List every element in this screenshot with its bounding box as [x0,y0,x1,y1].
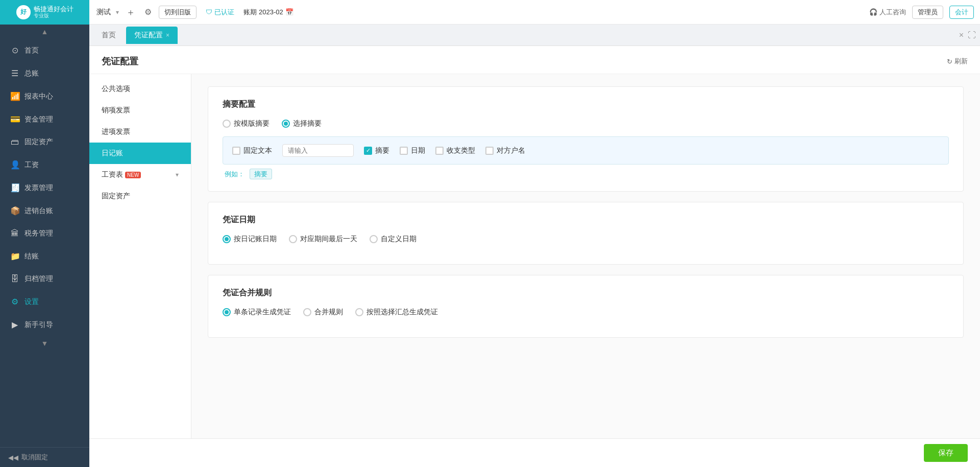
checkbox-fixed-text[interactable]: 固定文本 [232,146,272,155]
period-info: 账期 2023-02 📅 [243,8,293,17]
sidebar-item-settings[interactable]: ⚙ 设置 [0,290,89,313]
sidebar-item-closing[interactable]: 📁 结账 [0,245,89,268]
header-right: 🎧 人工咨询 管理员 会计 [869,6,974,19]
switch-old-version-button[interactable]: 切到旧版 [159,6,197,19]
archive-icon: 🗄 [10,274,19,284]
merge-rules-circle[interactable] [303,308,311,316]
nav-item-fixed-assets[interactable]: 固定资产 [89,185,191,207]
page-title: 凭证配置 [102,55,138,67]
income-type-checkbox[interactable] [435,147,444,155]
tab-voucher-config[interactable]: 凭证配置 × [126,27,178,44]
nav-item-journal[interactable]: 日记账 [89,143,191,164]
summary-checkbox[interactable] [364,147,372,155]
calendar-icon[interactable]: 📅 [285,8,293,16]
sidebar-item-purchase[interactable]: 📦 进销台账 [0,199,89,222]
sidebar-item-invoice[interactable]: 🧾 发票管理 [0,176,89,199]
save-button[interactable]: 保存 [924,444,968,462]
content-area: 首页 凭证配置 × × ⛶ 凭证配置 ↻ 刷新 [89,25,980,467]
sidebar-scroll-up[interactable]: ▲ [0,25,89,39]
sidebar-item-capital[interactable]: 💳 资金管理 [0,108,89,131]
nav-item-purchase-inv[interactable]: 进项发票 [89,121,191,143]
consult-button[interactable]: 🎧 人工咨询 [869,8,906,17]
admin-button[interactable]: 管理员 [912,6,943,19]
date-period-circle[interactable] [289,235,297,243]
merge-single-circle[interactable] [223,308,231,316]
merge-aggregate-circle[interactable] [355,308,363,316]
main-layout: ▲ ⊙ 首页 ☰ 总账 📶 报表中心 💳 资金管理 🗃 固定资产 👤 工资 🧾 … [0,25,980,467]
shield-icon: 🛡 [206,8,212,16]
tab-close-icon[interactable]: × [166,32,169,39]
checkbox-income-type[interactable]: 收支类型 [435,146,475,155]
date-journal-circle[interactable] [223,235,231,243]
unpin-icon: ◀◀ [8,454,18,461]
dropdown-arrow-icon[interactable]: ▾ [116,9,119,16]
company-name: 测试 [96,8,111,17]
home-icon: ⊙ [10,45,19,55]
sidebar-item-report[interactable]: 📶 报表中心 [0,85,89,108]
date-radio-journal[interactable]: 按日记账日期 [223,235,277,244]
settings-menu-icon: ⚙ [10,297,19,307]
summary-radio-select[interactable]: 选择摘要 [282,119,322,128]
checkbox-summary[interactable]: 摘要 [364,146,389,155]
summary-title: 摘要配置 [223,99,949,110]
bottom-bar: 保存 [89,438,980,467]
merge-radio-rules[interactable]: 合并规则 [303,308,343,317]
nav-item-salary-table[interactable]: 工资表 NEW ▾ [89,164,191,185]
verified-badge: 🛡 已认证 [206,8,234,17]
tab-home[interactable]: 首页 [93,27,124,44]
nav-item-sales[interactable]: 销项发票 [89,100,191,121]
sidebar: ▲ ⊙ 首页 ☰ 总账 📶 报表中心 💳 资金管理 🗃 固定资产 👤 工资 🧾 … [0,25,89,467]
radio-template-circle[interactable] [223,120,231,128]
refresh-icon: ↻ [947,58,952,65]
page-header: 凭证配置 ↻ 刷新 [89,46,980,74]
cancel-fixed-button[interactable]: ◀◀ 取消固定 [0,447,89,467]
refresh-button[interactable]: ↻ 刷新 [947,57,968,66]
inner-layout: 公共选项 销项发票 进项发票 日记账 工资表 NEW ▾ [89,74,980,438]
sidebar-item-assets[interactable]: 🗃 固定资产 [0,131,89,153]
date-custom-circle[interactable] [370,235,378,243]
closing-icon: 📁 [10,251,19,261]
headset-icon: 🎧 [869,8,877,16]
sidebar-item-tax[interactable]: 🏛 税务管理 [0,222,89,245]
counterparty-checkbox[interactable] [485,147,494,155]
sidebar-item-archive[interactable]: 🗄 归档管理 [0,268,89,290]
new-badge: NEW [125,172,141,178]
nav-item-public[interactable]: 公共选项 [89,78,191,100]
sidebar-scroll-down[interactable]: ▼ [0,336,89,351]
example-text: 例如： 摘要 [225,170,949,179]
accountant-button[interactable]: 会计 [949,6,974,19]
fixed-text-input[interactable] [282,144,354,157]
merge-radio-single[interactable]: 单条记录生成凭证 [223,308,291,317]
sidebar-item-home[interactable]: ⊙ 首页 [0,39,89,62]
summary-radio-template[interactable]: 按模版摘要 [223,119,270,128]
date-checkbox[interactable] [400,147,408,155]
add-icon[interactable]: ＋ [126,6,135,18]
assets-icon: 🗃 [10,137,19,147]
tab-controls: × ⛶ [959,31,976,40]
settings-icon[interactable]: ⚙ [144,7,152,17]
date-radio-group: 按日记账日期 对应期间最后一天 自定义日期 [223,235,949,244]
sidebar-item-salary[interactable]: 👤 工资 [0,153,89,176]
sidebar-item-ledger[interactable]: ☰ 总账 [0,62,89,85]
close-window-icon[interactable]: × [959,31,964,40]
merge-radio-aggregate[interactable]: 按照选择汇总生成凭证 [355,308,438,317]
radio-select-circle[interactable] [282,120,290,128]
logo-text: 畅捷通好会计 专业版 [34,5,74,19]
checkbox-counterparty[interactable]: 对方户名 [485,146,525,155]
summary-radio-group: 按模版摘要 选择摘要 [223,119,949,128]
fixed-text-checkbox[interactable] [232,147,240,155]
expand-arrow-icon: ▾ [176,171,179,178]
sidebar-item-guide[interactable]: ▶ 新手引导 [0,313,89,336]
logo-icon: 好 [16,5,31,19]
date-radio-custom[interactable]: 自定义日期 [370,235,416,244]
date-radio-period-last[interactable]: 对应期间最后一天 [289,235,357,244]
summary-checkbox-row: 固定文本 摘要 日期 [223,136,949,165]
merge-radio-group: 单条记录生成凭证 合并规则 按照选择汇总生成凭证 [223,308,949,317]
example-tag: 摘要 [250,169,272,179]
date-title: 凭证日期 [223,215,949,225]
config-area: 摘要配置 按模版摘要 选择摘要 [191,74,980,438]
fullscreen-icon[interactable]: ⛶ [968,31,976,40]
checkbox-date[interactable]: 日期 [400,146,425,155]
page-content: 凭证配置 ↻ 刷新 公共选项 销项发票 进项发票 [89,46,980,467]
tax-icon: 🏛 [10,229,19,238]
